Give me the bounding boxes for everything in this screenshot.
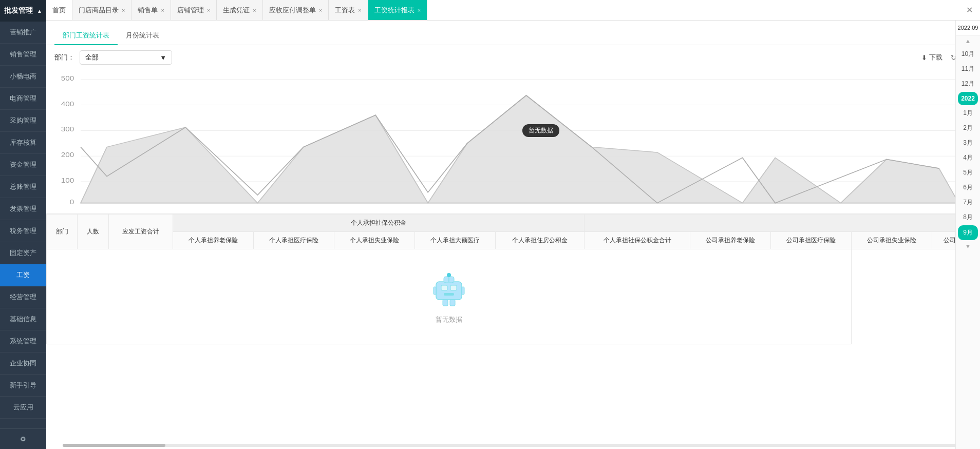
- chart-svg: 500 400 300 200 100 0: [54, 70, 972, 208]
- svg-rect-13: [441, 285, 447, 290]
- sidebar-item-营销推广[interactable]: 营销推广: [0, 22, 46, 44]
- sidebar-item-新手引导[interactable]: 新手引导: [0, 375, 46, 397]
- sidebar-settings[interactable]: ⚙: [0, 428, 46, 449]
- toolbar-left: 部门： 全部 ▼: [54, 50, 172, 65]
- sidebar-item-资金管理[interactable]: 资金管理: [0, 154, 46, 176]
- sub-tab-dept[interactable]: 部门工资统计表: [54, 27, 118, 45]
- date-item-1月[interactable]: 1月: [956, 106, 980, 121]
- download-button[interactable]: ⬇ 下载: [921, 53, 943, 62]
- tab-应收应付调整单[interactable]: 应收应付调整单×: [263, 0, 329, 20]
- sidebar-item-税务管理[interactable]: 税务管理: [0, 220, 46, 242]
- sidebar-item-电商管理[interactable]: 电商管理: [0, 88, 46, 110]
- scrollbar-container[interactable]: [46, 442, 980, 449]
- tab-销售单[interactable]: 销售单×: [131, 0, 171, 20]
- tab-门店商品目录[interactable]: 门店商品目录×: [72, 0, 131, 20]
- col-personal-unemployment: 个人承担失业保险: [334, 232, 414, 249]
- tab-close-icon[interactable]: ×: [418, 7, 421, 13]
- tab-close-icon[interactable]: ×: [161, 7, 164, 13]
- tab-close-icon[interactable]: ×: [207, 7, 210, 13]
- tab-生成凭证[interactable]: 生成凭证×: [217, 0, 262, 20]
- sidebar-item-企业协同[interactable]: 企业协同: [0, 353, 46, 375]
- tab-bar: 首页门店商品目录×销售单×店铺管理×生成凭证×应收应付调整单×工资表×工资统计报…: [46, 0, 980, 21]
- svg-point-20: [447, 273, 451, 277]
- col-personal-major-medical: 个人承担大额医疗: [415, 232, 496, 249]
- date-item-2022[interactable]: 2022: [958, 92, 978, 105]
- sidebar-item-库存核算[interactable]: 库存核算: [0, 132, 46, 154]
- tab-items-container: 首页门店商品目录×销售单×店铺管理×生成凭证×应收应付调整单×工资表×工资统计报…: [46, 0, 427, 20]
- svg-text:300: 300: [61, 126, 74, 133]
- date-panel: 2022.09 ▲ 10月11月12月20221月2月3月4月5月6月7月8月9…: [955, 21, 980, 449]
- sidebar-title: 批发管理: [4, 6, 33, 15]
- sidebar-item-小畅电商[interactable]: 小畅电商: [0, 66, 46, 88]
- table-container[interactable]: 部门 人数 应发工资合计 个人承担社保公积金 个人承担养老保险 个人承担医疗保险…: [46, 213, 980, 442]
- table-row: 暂无数据: [47, 249, 980, 344]
- date-item-6月[interactable]: 6月: [956, 180, 980, 195]
- window-close-button[interactable]: ✕: [964, 5, 975, 15]
- content-area: 部门工资统计表 月份统计表 部门： 全部 ▼ ⬇ 下载 ↻: [46, 21, 980, 449]
- date-nav-down[interactable]: ▼: [965, 241, 971, 252]
- sidebar-item-经营管理[interactable]: 经营管理: [0, 286, 46, 308]
- chart-tooltip: 暂无数据: [522, 124, 559, 137]
- date-item-4月[interactable]: 4月: [956, 150, 980, 165]
- svg-text:500: 500: [61, 74, 74, 82]
- col-dept: 部门: [47, 214, 78, 249]
- dept-label: 部门：: [54, 53, 74, 62]
- date-item-7月[interactable]: 7月: [956, 195, 980, 210]
- sidebar-header[interactable]: 批发管理 ▲: [0, 0, 46, 22]
- empty-state: 暂无数据: [52, 253, 846, 340]
- tab-工资统计报表[interactable]: 工资统计报表×: [368, 0, 427, 20]
- tab-店铺管理[interactable]: 店铺管理×: [171, 0, 217, 20]
- scrollbar-thumb[interactable]: [63, 444, 165, 447]
- scrollbar-track[interactable]: [63, 444, 964, 447]
- tab-close-icon[interactable]: ×: [122, 7, 125, 13]
- sub-tab-bar: 部门工资统计表 月份统计表: [46, 21, 980, 45]
- chart-area-fill: [81, 95, 958, 203]
- sub-tab-month[interactable]: 月份统计表: [118, 27, 167, 45]
- sidebar-item-云应用[interactable]: 云应用: [0, 397, 46, 419]
- sidebar-collapse-icon[interactable]: ▲: [37, 8, 42, 14]
- stats-table: 部门 人数 应发工资合计 个人承担社保公积金 个人承担养老保险 个人承担医疗保险…: [46, 214, 980, 344]
- empty-text: 暂无数据: [436, 315, 462, 324]
- col-personal-pension: 个人承担养老保险: [173, 232, 253, 249]
- date-item-5月[interactable]: 5月: [956, 165, 980, 180]
- date-item-3月[interactable]: 3月: [956, 135, 980, 150]
- chart-area: 500 400 300 200 100 0 暂无数据: [46, 70, 980, 213]
- sidebar-item-固定资产[interactable]: 固定资产: [0, 242, 46, 264]
- sidebar-item-销售管理[interactable]: 销售管理: [0, 44, 46, 66]
- date-panel-header: 2022.09: [956, 21, 980, 35]
- sidebar-item-采购管理[interactable]: 采购管理: [0, 110, 46, 132]
- svg-rect-16: [434, 287, 436, 295]
- svg-rect-17: [462, 287, 464, 295]
- svg-rect-14: [450, 285, 457, 290]
- col-personal-medical: 个人承担医疗保险: [253, 232, 334, 249]
- svg-rect-22: [450, 300, 455, 306]
- date-item-9月[interactable]: 9月: [958, 225, 978, 240]
- col-group-personal: 个人承担社保公积金: [173, 214, 585, 232]
- sidebar-item-工资[interactable]: 工资: [0, 264, 46, 286]
- svg-rect-21: [443, 300, 448, 306]
- tab-close-icon[interactable]: ×: [253, 7, 256, 13]
- tab-首页[interactable]: 首页: [46, 0, 72, 20]
- tab-close-icon[interactable]: ×: [358, 7, 361, 13]
- sidebar-item-发票管理[interactable]: 发票管理: [0, 198, 46, 220]
- main-area: 首页门店商品目录×销售单×店铺管理×生成凭证×应收应付调整单×工资表×工资统计报…: [46, 0, 980, 449]
- date-item-8月[interactable]: 8月: [956, 210, 980, 225]
- settings-icon: ⚙: [20, 435, 26, 443]
- tab-工资表[interactable]: 工资表×: [329, 0, 368, 20]
- col-group-company: [585, 214, 980, 232]
- date-nav-up[interactable]: ▲: [965, 35, 971, 47]
- col-company-medical: 公司承担医疗保险: [770, 232, 851, 249]
- date-item-10月[interactable]: 10月: [956, 47, 980, 62]
- download-icon: ⬇: [921, 54, 927, 62]
- sidebar-item-总账管理[interactable]: 总账管理: [0, 176, 46, 198]
- dropdown-icon: ▼: [160, 54, 166, 62]
- svg-text:100: 100: [61, 177, 74, 184]
- dept-select[interactable]: 全部 ▼: [80, 50, 172, 65]
- toolbar: 部门： 全部 ▼ ⬇ 下载 ↻ 刷新: [46, 45, 980, 70]
- tab-close-icon[interactable]: ×: [319, 7, 322, 13]
- date-item-11月[interactable]: 11月: [956, 62, 980, 76]
- sidebar-item-基础信息[interactable]: 基础信息: [0, 308, 46, 330]
- date-item-12月[interactable]: 12月: [956, 76, 980, 91]
- date-item-2月[interactable]: 2月: [956, 121, 980, 135]
- sidebar-item-系统管理[interactable]: 系统管理: [0, 330, 46, 353]
